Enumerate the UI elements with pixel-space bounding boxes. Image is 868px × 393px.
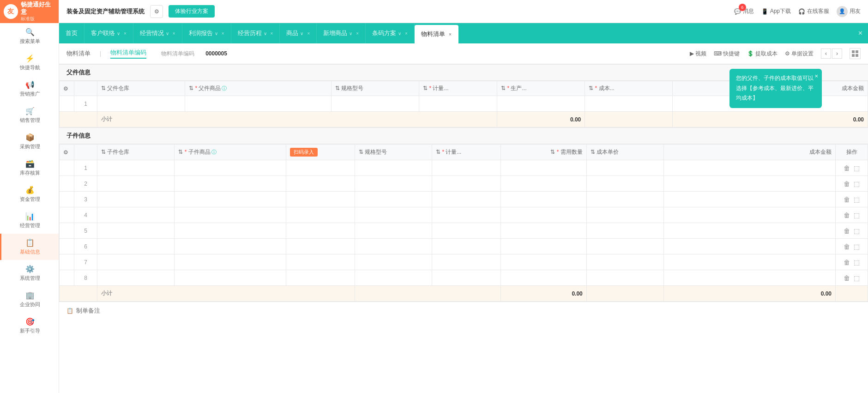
child-row-spec-2[interactable] — [355, 176, 432, 192]
breadcrumb-detail-item[interactable]: 物料清单编码 — [110, 48, 146, 59]
notification-item[interactable]: 💬 6 消息 — [734, 7, 754, 15]
child-row-qty-1[interactable] — [500, 160, 586, 176]
child-copy-icon-8[interactable]: ⬚ — [854, 274, 860, 282]
child-row-warehouse-7[interactable] — [97, 254, 175, 270]
sidebar-item-marketing[interactable]: 📢营销推广 — [0, 76, 59, 102]
sidebar-item-guide[interactable]: 🎯新手引导 — [0, 313, 59, 339]
child-row-unit-1[interactable] — [432, 160, 501, 176]
child-row-product-8[interactable] — [175, 270, 286, 286]
child-copy-icon-6[interactable]: ⬚ — [854, 243, 860, 250]
navtab-material[interactable]: 物料清单× — [415, 25, 458, 43]
child-delete-icon-6[interactable]: 🗑 — [844, 243, 850, 250]
tabs-close-button[interactable]: × — [853, 29, 868, 37]
navtab-barcode[interactable]: 条码方案∨× — [366, 23, 415, 43]
parent-row-product[interactable] — [185, 96, 332, 112]
child-row-unit-5[interactable] — [432, 223, 501, 239]
child-row-unit-cost-1[interactable] — [586, 160, 663, 176]
child-row-product-1[interactable] — [175, 160, 286, 176]
child-row-unit-2[interactable] — [432, 176, 501, 192]
child-row-qty-7[interactable] — [500, 254, 586, 270]
child-row-qty-6[interactable] — [500, 239, 586, 254]
navtab-new-goods[interactable]: 新增商品∨× — [317, 23, 366, 43]
child-row-scan-8[interactable] — [286, 270, 355, 286]
child-delete-icon-5[interactable]: 🗑 — [844, 227, 850, 235]
child-row-scan-7[interactable] — [286, 254, 355, 270]
extract-cost-btn[interactable]: 💲提取成本 — [747, 50, 778, 58]
parent-row-unit[interactable] — [419, 96, 497, 112]
child-row-scan-1[interactable] — [286, 160, 355, 176]
sidebar-item-search[interactable]: 🔍搜索菜单 — [0, 23, 59, 49]
child-row-scan-5[interactable] — [286, 223, 355, 239]
child-row-spec-7[interactable] — [355, 254, 432, 270]
child-col-settings[interactable]: ⚙ — [60, 145, 74, 160]
parent-row-produce[interactable] — [497, 96, 585, 112]
grid-view-btn[interactable] — [850, 48, 861, 59]
child-row-unit-3[interactable] — [432, 192, 501, 207]
child-row-unit-cost-7[interactable] — [586, 254, 663, 270]
child-row-scan-3[interactable] — [286, 192, 355, 207]
child-copy-icon-1[interactable]: ⬚ — [854, 164, 860, 172]
sidebar-item-finance[interactable]: 💰资金管理 — [0, 181, 59, 207]
tooltip-close[interactable]: × — [814, 71, 818, 81]
child-row-unit-6[interactable] — [432, 239, 501, 254]
child-row-warehouse-5[interactable] — [97, 223, 175, 239]
parent-col-settings[interactable]: ⚙ — [60, 81, 74, 96]
child-row-spec-6[interactable] — [355, 239, 432, 254]
child-row-qty-3[interactable] — [500, 192, 586, 207]
child-row-unit-4[interactable] — [432, 207, 501, 223]
child-row-unit-8[interactable] — [432, 270, 501, 286]
child-row-unit-cost-8[interactable] — [586, 270, 663, 286]
child-col-scan[interactable]: 扫码录入 — [286, 145, 355, 160]
navtab-goods[interactable]: 商品∨× — [280, 23, 317, 43]
parent-row-warehouse[interactable] — [97, 96, 185, 112]
child-row-qty-2[interactable] — [500, 176, 586, 192]
child-row-warehouse-3[interactable] — [97, 192, 175, 207]
navtab-history[interactable]: 经营历程∨× — [231, 23, 280, 43]
sidebar-item-enterprise[interactable]: 🏢企业协同 — [0, 286, 59, 313]
child-row-scan-2[interactable] — [286, 176, 355, 192]
child-row-spec-4[interactable] — [355, 207, 432, 223]
child-row-scan-6[interactable] — [286, 239, 355, 254]
parent-row-cost[interactable] — [585, 96, 673, 112]
child-row-product-7[interactable] — [175, 254, 286, 270]
child-row-unit-cost-2[interactable] — [586, 176, 663, 192]
child-row-warehouse-2[interactable] — [97, 176, 175, 192]
trial-button[interactable]: 体验行业方案 — [169, 5, 215, 18]
child-row-unit-cost-3[interactable] — [586, 192, 663, 207]
child-delete-icon-4[interactable]: 🗑 — [844, 212, 850, 219]
navtab-close-new-goods[interactable]: × — [356, 31, 359, 36]
child-row-product-3[interactable] — [175, 192, 286, 207]
sidebar-item-system[interactable]: ⚙️系统管理 — [0, 260, 59, 286]
child-delete-icon-3[interactable]: 🗑 — [844, 196, 850, 203]
child-row-spec-3[interactable] — [355, 192, 432, 207]
navtab-close-history[interactable]: × — [271, 31, 273, 36]
sidebar-item-operations[interactable]: 📊经营管理 — [0, 207, 59, 234]
child-copy-icon-7[interactable]: ⬚ — [854, 259, 860, 266]
view-btn[interactable]: ▶视频 — [690, 50, 706, 58]
child-row-unit-cost-5[interactable] — [586, 223, 663, 239]
breadcrumb-list-item[interactable]: 物料清单 — [66, 49, 90, 58]
navtab-close-operations[interactable]: × — [173, 31, 175, 36]
child-delete-icon-1[interactable]: 🗑 — [844, 164, 850, 172]
child-row-unit-cost-4[interactable] — [586, 207, 663, 223]
child-copy-icon-2[interactable]: ⬚ — [854, 180, 860, 187]
navtab-profit[interactable]: 利润报告∨× — [182, 23, 231, 43]
navtab-operations[interactable]: 经营情况∨× — [133, 23, 182, 43]
child-row-spec-5[interactable] — [355, 223, 432, 239]
child-row-product-6[interactable] — [175, 239, 286, 254]
gear-button[interactable]: ⚙ — [150, 5, 163, 18]
child-delete-icon-7[interactable]: 🗑 — [844, 259, 850, 266]
nav-next-btn[interactable]: › — [832, 48, 842, 59]
child-row-product-4[interactable] — [175, 207, 286, 223]
navtab-close-goods[interactable]: × — [307, 31, 310, 36]
single-settings-btn[interactable]: ⚙单据设置 — [785, 50, 814, 58]
child-row-qty-8[interactable] — [500, 270, 586, 286]
child-row-product-5[interactable] — [175, 223, 286, 239]
parent-row-spec[interactable] — [332, 96, 419, 112]
navtab-home[interactable]: 首页 — [59, 23, 84, 43]
child-row-warehouse-8[interactable] — [97, 270, 175, 286]
child-row-warehouse-4[interactable] — [97, 207, 175, 223]
sidebar-item-sales[interactable]: 🛒销售管理 — [0, 102, 59, 128]
child-row-qty-4[interactable] — [500, 207, 586, 223]
navtab-close-profit[interactable]: × — [222, 31, 224, 36]
